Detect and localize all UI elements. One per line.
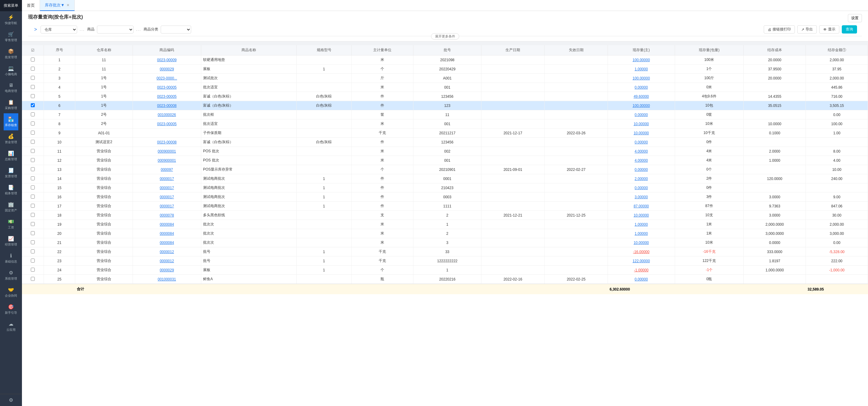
- table-row[interactable]: 24营业综合0000029展板1个1-1.00000-1个1,000.0000-…: [22, 266, 868, 275]
- row-checkbox-24[interactable]: [31, 268, 35, 272]
- cell-code-14[interactable]: 0000017: [133, 174, 201, 183]
- cell-code-1[interactable]: 0023-00009: [133, 56, 201, 65]
- sidebar-item-quick-nav[interactable]: ⚡快捷导航: [4, 11, 18, 28]
- row-checkbox-2[interactable]: [31, 67, 35, 71]
- sidebar-item-cloud-app[interactable]: ☁云应用: [4, 318, 18, 335]
- cell-code-3[interactable]: 0023-0000...: [133, 74, 201, 83]
- sidebar-item-ecommerce[interactable]: 🖥电商管理: [4, 79, 18, 96]
- row-checkbox-9[interactable]: [31, 131, 35, 135]
- cell-qtyMain-24[interactable]: -1.00000: [608, 266, 675, 275]
- row-checkbox-14[interactable]: [31, 176, 35, 180]
- table-row[interactable]: 72号001000026批次框筐110.000000筐0.00: [22, 110, 868, 120]
- sidebar-item-invoice[interactable]: 🧾发票管理: [4, 165, 18, 181]
- table-settings-button[interactable]: 设置: [848, 14, 862, 22]
- cell-qtyMain-21[interactable]: 10.00000: [608, 238, 675, 247]
- row-checkbox-12[interactable]: [31, 158, 35, 162]
- cell-code-6[interactable]: 0023-00008: [133, 101, 201, 110]
- table-row[interactable]: 18营业综合0000078多头黑色软线支22021-12-212021-12-2…: [22, 211, 868, 220]
- row-checkbox-10[interactable]: [31, 140, 35, 144]
- cell-code-20[interactable]: 0000084: [133, 229, 201, 238]
- sidebar-item-ops[interactable]: 📈经营管理: [4, 233, 18, 250]
- row-checkbox-22[interactable]: [31, 249, 35, 253]
- sidebar-item-settings-bottom[interactable]: ⚙: [0, 394, 22, 406]
- cell-code-13[interactable]: 000097: [133, 165, 201, 174]
- cell-qtyMain-19[interactable]: 1.00000: [608, 220, 675, 229]
- cell-qtyMain-4[interactable]: 0.00000: [608, 83, 675, 92]
- table-row[interactable]: 82号0023-00005批次适宜米00110.0000010米10.00001…: [22, 120, 868, 129]
- row-checkbox-16[interactable]: [31, 195, 35, 199]
- table-row[interactable]: 25营业综合001000031鲜鱼A瓶202202162022-02-16202…: [22, 275, 868, 284]
- cell-qtyMain-25[interactable]: 0.00000: [608, 275, 675, 284]
- query-button[interactable]: 查询: [842, 25, 857, 34]
- row-checkbox-5[interactable]: [31, 94, 35, 98]
- row-checkbox-17[interactable]: [31, 204, 35, 208]
- sidebar-logo[interactable]: 搜索菜单: [0, 0, 22, 11]
- row-checkbox-23[interactable]: [31, 259, 35, 263]
- cell-qtyMain-6[interactable]: 100.00000: [608, 101, 675, 110]
- cell-code-24[interactable]: 0000029: [133, 266, 201, 275]
- filter-collapse-arrow[interactable]: >: [33, 27, 38, 32]
- table-row[interactable]: 20营业综合0000084批次次米21.000001米3,000.00003,0…: [22, 229, 868, 238]
- sidebar-item-inventory[interactable]: 🏪库存核查: [4, 113, 18, 130]
- export-button[interactable]: ↗ 导出: [797, 25, 817, 34]
- topnav-tab-0[interactable]: 库存批次▼✕: [40, 0, 75, 11]
- sidebar-item-ecommerce-small[interactable]: 💻小脑电商: [4, 62, 18, 79]
- row-checkbox-21[interactable]: [31, 240, 35, 244]
- cell-qtyMain-15[interactable]: 0.00000: [608, 183, 675, 193]
- cell-code-15[interactable]: 0000017: [133, 183, 201, 193]
- cell-qtyMain-2[interactable]: 1.00000: [608, 65, 675, 74]
- cell-code-21[interactable]: 0000084: [133, 238, 201, 247]
- cell-code-4[interactable]: 0023-00005: [133, 83, 201, 92]
- row-checkbox-7[interactable]: [31, 112, 35, 116]
- cell-qtyMain-8[interactable]: 10.00000: [608, 120, 675, 129]
- row-checkbox-1[interactable]: [31, 58, 35, 62]
- cell-qtyMain-18[interactable]: 10.00000: [608, 211, 675, 220]
- cell-qtyMain-16[interactable]: 3.00000: [608, 193, 675, 202]
- cell-code-19[interactable]: 0000084: [133, 220, 201, 229]
- cell-qtyMain-20[interactable]: 1.00000: [608, 229, 675, 238]
- cell-code-8[interactable]: 0023-00005: [133, 120, 201, 129]
- toggle-button[interactable]: 👁 显示: [819, 25, 839, 34]
- cell-code-16[interactable]: 0000017: [133, 193, 201, 202]
- row-checkbox-18[interactable]: [31, 213, 35, 217]
- table-row[interactable]: 12营业综合000900001POS 批次米0014.000004米1.0000…: [22, 156, 868, 165]
- table-row[interactable]: 10测试适宜20023-00008富诚（白色/灰棕）白色/灰棕件1234560.…: [22, 138, 868, 147]
- row-checkbox-6[interactable]: [31, 103, 35, 107]
- sidebar-item-summary[interactable]: 📊总账管理: [4, 147, 18, 165]
- table-row[interactable]: 21营业综合0000084批次次米310.0000010米0.00000.00: [22, 238, 868, 247]
- row-checkbox-8[interactable]: [31, 122, 35, 126]
- filter-expand-button[interactable]: 展开更多条件: [431, 33, 459, 40]
- cell-qtyMain-22[interactable]: -16.00000: [608, 247, 675, 257]
- col-header-check[interactable]: ☑: [22, 45, 43, 56]
- cell-qtyMain-3[interactable]: 100.00000: [608, 74, 675, 83]
- table-row[interactable]: 15营业综合0000017测试电商批次1件2104230.000000件: [22, 183, 868, 193]
- row-checkbox-11[interactable]: [31, 149, 35, 153]
- sidebar-item-purchase[interactable]: 📋采购管理: [4, 96, 18, 113]
- table-row[interactable]: 11营业综合000900001POS 批次米0024.000004米2.0000…: [22, 147, 868, 156]
- cell-code-7[interactable]: 001000026: [133, 110, 201, 120]
- sidebar-item-tax[interactable]: 📑税务管理: [4, 181, 18, 199]
- cell-qtyMain-23[interactable]: 122.00000: [608, 257, 675, 266]
- cell-qtyMain-13[interactable]: 0.00000: [608, 165, 675, 174]
- table-row[interactable]: 41号0023-00005批次适宜米0010.000000米445.86: [22, 83, 868, 92]
- cell-code-18[interactable]: 0000078: [133, 211, 201, 220]
- cell-qtyMain-14[interactable]: 2.00000: [608, 174, 675, 183]
- cell-code-5[interactable]: 0023-00005: [133, 92, 201, 101]
- table-row[interactable]: 9A01-01子件保质期千克202112172021-12-172022-03-…: [22, 129, 868, 138]
- cell-qtyMain-5[interactable]: 49.60000: [608, 92, 675, 101]
- sidebar-item-newbie[interactable]: 🎯新手引导: [4, 301, 18, 318]
- cell-code-11[interactable]: 000900001: [133, 147, 201, 156]
- cell-code-23[interactable]: 0000012: [133, 257, 201, 266]
- cell-qtyMain-12[interactable]: 4.00000: [608, 156, 675, 165]
- table-row[interactable]: 16营业综合0000017测试电商批次1件00033.000003件3.0000…: [22, 193, 868, 202]
- sidebar-item-fixed-assets[interactable]: 🏢固定资产: [4, 199, 18, 216]
- table-row[interactable]: 61号0023-00008富诚（白色/灰棕）白色/灰棕件123100.00000…: [22, 101, 868, 110]
- row-checkbox-3[interactable]: [31, 76, 35, 80]
- sidebar-item-finance[interactable]: 💰资金管理: [4, 130, 18, 147]
- table-row[interactable]: 17营业综合0000017测试电商批次1件111187.0000087件9.73…: [22, 202, 868, 211]
- sidebar-item-basic-info[interactable]: ℹ基础信息: [4, 250, 18, 267]
- sidebar-item-payroll[interactable]: 💵工资: [4, 216, 18, 233]
- cell-qtyMain-11[interactable]: 4.00000: [608, 147, 675, 156]
- cell-code-25[interactable]: 001000031: [133, 275, 201, 284]
- goods-select[interactable]: [97, 26, 133, 34]
